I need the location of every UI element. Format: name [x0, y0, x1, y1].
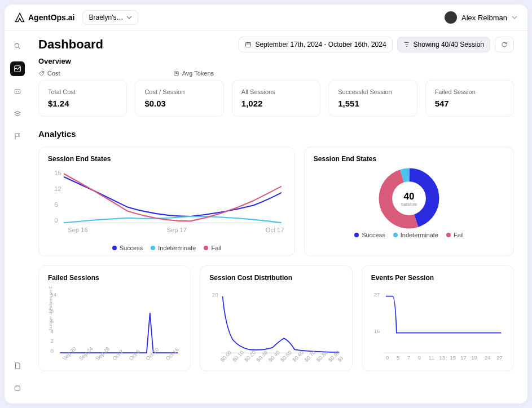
- date-range-label: September 17th, 2024 - October 16th, 202…: [255, 41, 386, 48]
- tag-icon: [38, 70, 45, 77]
- sidebar-bot-icon[interactable]: [10, 84, 25, 99]
- sidebar-doc-icon[interactable]: [10, 358, 25, 373]
- legend: Success Indeterminate Fail: [48, 245, 285, 251]
- svg-text:Oct 6: Oct 6: [127, 348, 141, 362]
- svg-text:9: 9: [417, 354, 420, 361]
- org-picker-label: Braelyn's…: [89, 14, 123, 21]
- svg-text:Sep 20: Sep 20: [61, 345, 77, 362]
- org-picker[interactable]: Braelyn's…: [82, 10, 138, 25]
- svg-text:$0.30: $0.30: [255, 349, 269, 363]
- user-menu[interactable]: Alex Reibman: [445, 11, 517, 24]
- svg-rect-2: [15, 90, 20, 94]
- session-filter-label: Showing 40/40 Session: [414, 41, 484, 48]
- sidebar-layers-icon[interactable]: [10, 107, 25, 121]
- refresh-button[interactable]: [495, 37, 514, 52]
- svg-text:27: 27: [496, 354, 503, 361]
- brand-name: AgentOps.ai: [28, 13, 74, 22]
- svg-text:16: 16: [373, 328, 380, 334]
- sidebar-search-icon[interactable]: [10, 39, 25, 54]
- session-filter[interactable]: Showing 40/40 Session: [397, 37, 490, 52]
- svg-text:Oct 16: Oct 16: [164, 347, 179, 362]
- card-cost-session: Cost / Session$0.03: [135, 80, 223, 117]
- svg-text:24: 24: [485, 354, 491, 361]
- svg-text:Sep 28: Sep 28: [94, 345, 111, 362]
- sidebar-dashboard-icon[interactable]: [10, 61, 25, 76]
- refresh-icon: [501, 41, 508, 48]
- svg-text:20: 20: [212, 291, 218, 298]
- svg-text:15: 15: [450, 354, 456, 361]
- brand-logo[interactable]: AgentOps.ai: [15, 12, 74, 23]
- svg-point-3: [16, 91, 17, 92]
- card-total-cost: Total Cost$1.24: [38, 80, 127, 117]
- svg-text:$0.10: $0.10: [231, 349, 245, 363]
- panel-failed-sessions: Failed Sessions 1486420 Number of Failur…: [38, 265, 191, 371]
- calendar-icon: [245, 41, 252, 48]
- avatar: [445, 11, 457, 24]
- svg-text:7: 7: [407, 354, 410, 361]
- sidebar-flag-icon[interactable]: [10, 129, 25, 144]
- svg-text:13: 13: [439, 354, 445, 361]
- cost-distribution-chart: 20 $0.00$0.10$0.20$0.30$0.40$0.50$0.60$0…: [209, 286, 342, 366]
- sidebar-discord-icon[interactable]: [10, 381, 25, 396]
- analytics-heading: Analytics: [38, 129, 514, 139]
- failed-sessions-chart: 1486420 Number of Failures per Day Sep 2…: [48, 286, 181, 366]
- svg-point-4: [18, 91, 19, 92]
- panel-events-per-session: Events Per Session 2716 0579111315171924…: [362, 265, 514, 371]
- page-title: Dashboard: [38, 37, 103, 52]
- svg-text:27: 27: [373, 291, 380, 298]
- svg-text:0: 0: [51, 348, 54, 354]
- sidebar: [5, 31, 30, 403]
- svg-text:Oct 17: Oct 17: [266, 227, 284, 233]
- card-successful-session: Successful Session1,551: [328, 80, 417, 117]
- svg-text:Oct 2: Oct 2: [111, 348, 125, 362]
- svg-text:$0.00: $0.00: [219, 349, 233, 363]
- panel-end-states-donut: Session End States 40 Sessions: [304, 147, 514, 256]
- svg-rect-5: [246, 43, 251, 47]
- svg-text:15: 15: [54, 170, 61, 176]
- svg-text:19: 19: [471, 354, 477, 361]
- token-icon: [173, 70, 179, 77]
- card-all-sessions: All Sessions1,022: [232, 80, 320, 117]
- panel-cost-distribution: Session Cost Distribution 20 $0.00$0.10$…: [200, 265, 352, 371]
- panel-end-states-line: Session End States 151260 Sep 16Sep 17Oc…: [38, 147, 295, 256]
- date-range-picker[interactable]: September 17th, 2024 - October 16th, 202…: [239, 37, 392, 52]
- svg-text:11: 11: [428, 354, 434, 361]
- svg-text:5: 5: [397, 354, 399, 361]
- donut-center: 40 Sessions: [401, 191, 417, 206]
- svg-text:0: 0: [54, 217, 58, 224]
- legend: Success Indeterminate Fail: [314, 232, 504, 238]
- svg-text:Sep 16: Sep 16: [68, 227, 88, 233]
- user-name: Alex Reibman: [461, 14, 507, 22]
- svg-text:6: 6: [54, 201, 58, 208]
- svg-point-0: [15, 43, 19, 47]
- logo-icon: [15, 12, 25, 23]
- svg-text:2: 2: [51, 338, 54, 344]
- card-failed-session: Failed Session547: [425, 80, 514, 117]
- svg-text:$0.60: $0.60: [291, 349, 305, 363]
- chevron-down-icon: [512, 15, 517, 20]
- svg-point-6: [42, 72, 43, 72]
- svg-text:17: 17: [460, 354, 467, 361]
- svg-text:12: 12: [54, 185, 61, 192]
- filter-icon: [403, 41, 410, 48]
- events-per-session-chart: 2716 057911131517192427: [371, 286, 504, 366]
- svg-text:Sep 24: Sep 24: [78, 345, 94, 362]
- avg-tokens-label: Avg Tokens: [173, 70, 214, 77]
- svg-text:Number of Failures per Day: Number of Failures per Day: [49, 286, 53, 330]
- svg-text:$0.20: $0.20: [243, 349, 257, 363]
- end-states-line-chart: 151260 Sep 16Sep 17Oct 17: [48, 167, 285, 242]
- svg-text:Sep 17: Sep 17: [166, 227, 187, 233]
- svg-text:$0.50: $0.50: [279, 349, 293, 363]
- chevron-down-icon: [126, 15, 132, 20]
- overview-heading: Overview: [38, 57, 514, 65]
- cost-group-label: Cost: [38, 70, 60, 77]
- svg-text:$0.40: $0.40: [267, 349, 281, 363]
- svg-text:0: 0: [386, 354, 389, 361]
